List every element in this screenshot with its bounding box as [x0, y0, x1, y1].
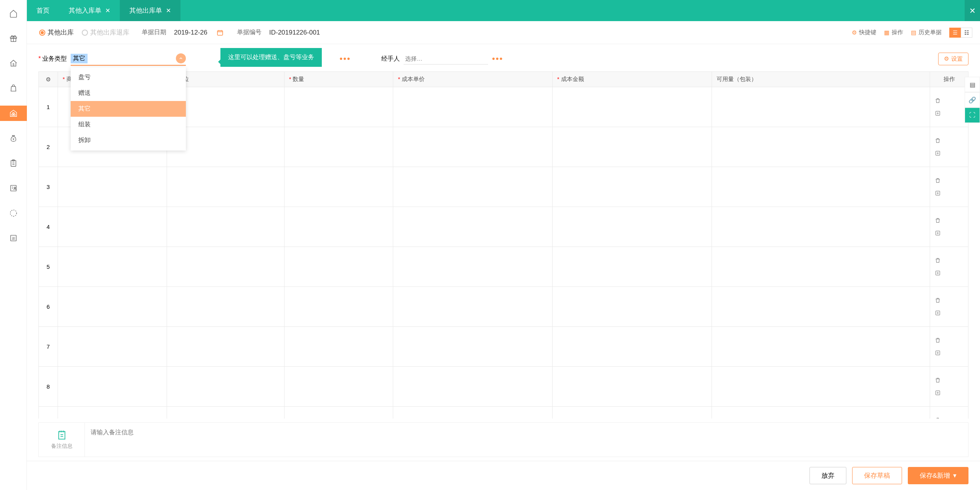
- table-row[interactable]: 8: [39, 367, 968, 407]
- add-row-icon[interactable]: [935, 230, 963, 236]
- svg-text:$: $: [12, 63, 14, 66]
- delete-row-icon[interactable]: [935, 217, 963, 223]
- row-index: 3: [39, 167, 58, 207]
- view-grid-icon[interactable]: ☷: [961, 28, 972, 38]
- dropdown-option-zengsong[interactable]: 赠送: [71, 85, 186, 101]
- nav-warehouse-icon[interactable]: [0, 106, 27, 121]
- filter-row: *业务类型 其它 盘亏 赠送 其它 组装 拆卸: [38, 52, 968, 66]
- more-icon[interactable]: •••: [339, 54, 351, 64]
- more-icon[interactable]: •••: [492, 54, 503, 64]
- doc-date-value[interactable]: 2019-12-26: [174, 29, 207, 36]
- add-row-icon[interactable]: [935, 390, 963, 396]
- table-row[interactable]: 7: [39, 327, 968, 367]
- dropdown-option-chaixie[interactable]: 拆卸: [71, 132, 186, 148]
- table-row[interactable]: 4: [39, 207, 968, 247]
- row-index: 9: [39, 407, 58, 419]
- doc-no-label: 单据编号: [237, 28, 262, 36]
- add-row-icon[interactable]: [935, 110, 963, 116]
- biz-type-select[interactable]: 其它 盘亏 赠送 其它 组装 拆卸: [71, 52, 186, 66]
- nav-clipboard-icon[interactable]: [6, 156, 21, 171]
- save-new-label: 保存&新增: [920, 471, 950, 480]
- biz-type-value: 其它: [71, 54, 88, 63]
- tab-other-outbound[interactable]: 其他出库单 ✕: [120, 0, 180, 21]
- nav-loading-icon[interactable]: [6, 205, 21, 221]
- table-row[interactable]: 5: [39, 247, 968, 287]
- add-row-icon[interactable]: [935, 150, 963, 156]
- table-row[interactable]: 6: [39, 287, 968, 327]
- handler-block: 经手人 •••: [381, 53, 503, 65]
- row-index: 8: [39, 367, 58, 407]
- doc-no-value: ID-20191226-001: [269, 29, 320, 36]
- handler-input[interactable]: [404, 53, 488, 65]
- delete-row-icon[interactable]: [935, 337, 963, 343]
- col-cost-price: *成本单价: [393, 72, 553, 87]
- settings-button[interactable]: ⚙ 设置: [938, 53, 968, 65]
- add-row-icon[interactable]: [935, 190, 963, 196]
- chevron-up-icon[interactable]: [176, 53, 186, 63]
- operate-label: 操作: [892, 29, 903, 36]
- handler-label: 经手人: [381, 55, 400, 63]
- right-expand-icon[interactable]: ⛶: [965, 108, 980, 123]
- svg-point-10: [14, 187, 15, 189]
- delete-row-icon[interactable]: [935, 297, 963, 303]
- grid-icon: ▦: [884, 29, 889, 36]
- row-index: 5: [39, 247, 58, 287]
- tab-other-inbound[interactable]: 其他入库单 ✕: [59, 0, 120, 21]
- remarks-label-text: 备注信息: [51, 443, 73, 450]
- tab-home[interactable]: 首页: [27, 0, 59, 21]
- save-and-new-button[interactable]: 保存&新增 ▾: [908, 467, 968, 484]
- remarks-section: 备注信息: [38, 422, 968, 457]
- svg-rect-5: [13, 113, 14, 114]
- svg-point-11: [10, 210, 17, 217]
- delete-row-icon[interactable]: [935, 98, 963, 104]
- view-list-icon[interactable]: ☰: [949, 28, 961, 38]
- radio-other-outbound[interactable]: 其他出库: [36, 26, 77, 38]
- radio-other-outbound-return[interactable]: 其他出库退库: [79, 26, 132, 38]
- nav-home-icon[interactable]: [6, 6, 21, 21]
- shortcut-label: 快捷键: [859, 29, 876, 36]
- delete-row-icon[interactable]: [935, 417, 963, 419]
- shortcut-button[interactable]: ⚙ 快捷键: [852, 29, 876, 36]
- content-area: 首页 其他入库单 ✕ 其他出库单 ✕ ✕ 其他出库 其他出库退库 单据日期 20…: [27, 0, 980, 490]
- add-row-icon[interactable]: [935, 270, 963, 276]
- remarks-input[interactable]: [85, 423, 968, 457]
- close-panel-button[interactable]: ✕: [965, 0, 980, 21]
- gear-icon: ⚙: [944, 55, 949, 62]
- chevron-down-icon: ▾: [953, 472, 957, 480]
- nav-new-icon[interactable]: 新: [6, 230, 21, 246]
- nav-money-bag-icon[interactable]: ¥: [6, 131, 21, 146]
- nav-bag-icon[interactable]: [6, 81, 21, 96]
- dropdown-option-qita[interactable]: 其它: [71, 101, 186, 117]
- save-draft-button[interactable]: 保存草稿: [852, 467, 902, 484]
- delete-row-icon[interactable]: [935, 177, 963, 184]
- notepad-icon: [56, 430, 67, 440]
- main-form: *业务类型 其它 盘亏 赠送 其它 组装 拆卸: [27, 44, 980, 419]
- close-icon[interactable]: ✕: [166, 7, 171, 14]
- dropdown-option-zuzhang[interactable]: 组装: [71, 117, 186, 132]
- col-cost-amount: *成本金额: [552, 72, 712, 87]
- form-header: 其他出库 其他出库退库 单据日期 2019-12-26 单据编号 ID-2019…: [27, 21, 980, 44]
- delete-row-icon[interactable]: [935, 377, 963, 383]
- right-attachment-icon[interactable]: 🔗: [965, 92, 980, 108]
- col-settings-icon[interactable]: ⚙: [39, 72, 58, 87]
- add-row-icon[interactable]: [935, 350, 963, 356]
- row-index: 2: [39, 127, 58, 167]
- close-icon[interactable]: ✕: [105, 7, 110, 14]
- table-row[interactable]: 9: [39, 407, 968, 419]
- history-button[interactable]: ▤ 历史单据: [911, 29, 942, 36]
- dropdown-option-pankui[interactable]: 盘亏: [71, 70, 186, 85]
- table-row[interactable]: 3: [39, 167, 968, 207]
- row-index: 6: [39, 287, 58, 327]
- discard-button[interactable]: 放弃: [809, 467, 846, 484]
- operate-button[interactable]: ▦ 操作: [884, 29, 903, 36]
- nav-finance-house-icon[interactable]: $: [6, 56, 21, 71]
- delete-row-icon[interactable]: [935, 137, 963, 144]
- right-notes-icon[interactable]: ▤: [965, 77, 980, 92]
- nav-contacts-icon[interactable]: [6, 180, 21, 196]
- tab-label: 其他入库单: [69, 6, 101, 15]
- delete-row-icon[interactable]: [935, 257, 963, 263]
- calendar-icon[interactable]: [217, 29, 223, 36]
- nav-gift-icon[interactable]: [6, 31, 21, 46]
- tab-label: 其他出库单: [129, 6, 162, 15]
- add-row-icon[interactable]: [935, 310, 963, 316]
